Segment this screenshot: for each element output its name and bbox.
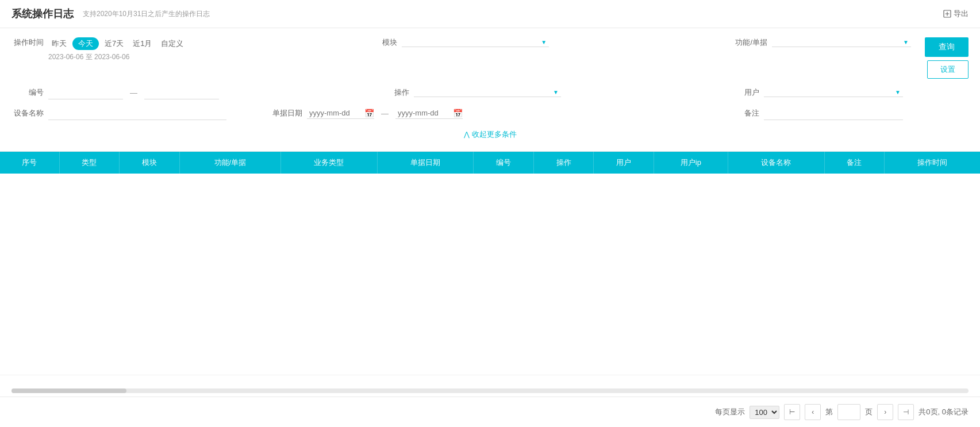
time-btn-1month[interactable]: 近1月 — [129, 37, 155, 50]
collapse-label: 收起更多条件 — [472, 129, 517, 140]
module-label: 模块 — [365, 37, 397, 48]
module-group: 模块 ▼ — [365, 37, 549, 48]
filter-row2: 编号 — 操作 ▼ 用户 ▼ — [11, 86, 969, 99]
number-group: 编号 — — [11, 86, 219, 99]
number-dash: — — [128, 89, 140, 97]
page-input[interactable]: 1 — [837, 404, 860, 420]
date-start-input[interactable] — [307, 107, 364, 118]
export-label: 导出 — [954, 9, 969, 19]
device-input[interactable] — [48, 106, 226, 120]
empty-row — [0, 174, 980, 375]
col-header-type: 类型 — [59, 152, 119, 174]
remark-input[interactable] — [764, 106, 903, 120]
func-label: 功能/单据 — [727, 37, 767, 48]
settings-button[interactable]: 设置 — [927, 60, 969, 79]
device-label: 设备名称 — [11, 108, 44, 118]
operation-label: 操作 — [377, 87, 409, 98]
collapse-chevron-icon: ⋀ — [464, 130, 470, 139]
col-header-operation: 操作 — [533, 152, 593, 174]
remark-group: 备注 — [719, 106, 903, 120]
page-subtitle: 支持2020年10月31日之后产生的操作日志 — [83, 9, 210, 19]
page-unit: 页 — [865, 407, 873, 417]
scrollbar-container[interactable] — [0, 385, 980, 397]
date-end-wrapper: 📅 — [395, 107, 463, 119]
scrollbar-thumb[interactable] — [11, 388, 126, 393]
func-chevron-icon: ▼ — [903, 39, 909, 45]
col-header-device: 设备名称 — [728, 152, 824, 174]
col-header-user: 用户 — [594, 152, 654, 174]
page-label: 第 — [825, 407, 833, 417]
number-label: 编号 — [11, 87, 44, 98]
user-group: 用户 ▼ — [719, 87, 903, 98]
first-page-btn[interactable]: ⊢ — [784, 404, 800, 420]
table-container: 序号 类型 模块 功能/单据 业务类型 单据日期 编号 操作 用户 用户ip 设… — [0, 152, 980, 385]
user-dropdown[interactable]: ▼ — [764, 88, 903, 97]
number-input-end[interactable] — [144, 86, 219, 99]
action-buttons: 查询 设置 — [925, 37, 969, 79]
module-dropdown[interactable]: ▼ — [402, 38, 549, 47]
filter-area: 操作时间 昨天 今天 近7天 近1月 自定义 2023-06-06 至 2023… — [0, 28, 980, 152]
page-title: 系统操作日志 — [11, 7, 74, 21]
last-page-btn[interactable]: ⊣ — [898, 404, 914, 420]
prev-page-btn[interactable]: ‹ — [805, 404, 821, 420]
operation-group: 操作 ▼ — [377, 87, 561, 98]
func-dropdown[interactable]: ▼ — [772, 38, 911, 47]
user-label: 用户 — [719, 87, 759, 98]
date-end-input[interactable] — [395, 107, 453, 118]
func-group: 功能/单据 ▼ — [727, 37, 911, 48]
operation-time-label: 操作时间 — [11, 37, 44, 48]
table-body — [0, 174, 980, 375]
empty-cell — [0, 174, 980, 375]
col-header-module: 模块 — [120, 152, 179, 174]
filter-row3: 设备名称 单据日期 📅 — 📅 备注 — [11, 106, 969, 120]
collapse-bar: ⋀ 收起更多条件 — [11, 125, 969, 142]
export-button[interactable]: 导出 — [943, 9, 969, 19]
time-btn-7days[interactable]: 近7天 — [101, 37, 127, 50]
date-start-wrapper: 📅 — [307, 107, 374, 119]
voucher-date-group: 单据日期 📅 — 📅 — [268, 107, 498, 119]
page-header: 系统操作日志 支持2020年10月31日之后产生的操作日志 导出 — [0, 0, 980, 28]
operation-chevron-icon: ▼ — [553, 89, 559, 95]
table-header-row: 序号 类型 模块 功能/单据 业务类型 单据日期 编号 操作 用户 用户ip 设… — [0, 152, 980, 174]
calendar-start-icon[interactable]: 📅 — [364, 109, 374, 118]
page-container: 系统操作日志 支持2020年10月31日之后产生的操作日志 导出 操作时间 昨天… — [0, 0, 980, 427]
per-page-label: 每页显示 — [715, 407, 745, 417]
col-header-remark: 备注 — [824, 152, 884, 174]
total-info: 共0页, 0条记录 — [918, 407, 969, 417]
col-header-number: 编号 — [474, 152, 533, 174]
col-header-seq: 序号 — [0, 152, 59, 174]
col-header-vdate: 单据日期 — [377, 152, 474, 174]
col-header-func: 功能/单据 — [179, 152, 280, 174]
pagination-bar: 每页显示 100 50 200 ⊢ ‹ 第 1 页 › ⊣ 共0页, 0条记录 — [0, 397, 980, 427]
voucher-date-label: 单据日期 — [268, 108, 302, 118]
scrollbar-track — [11, 388, 969, 393]
query-button[interactable]: 查询 — [925, 37, 969, 57]
number-input-start[interactable] — [48, 86, 123, 99]
operation-dropdown[interactable]: ▼ — [414, 88, 561, 97]
time-btn-yesterday[interactable]: 昨天 — [48, 37, 70, 50]
col-header-biztype: 业务类型 — [281, 152, 378, 174]
time-btn-custom[interactable]: 自定义 — [157, 37, 187, 50]
export-icon — [943, 10, 951, 18]
date-dash: — — [379, 109, 391, 118]
date-range-display: 2023-06-06 至 2023-06-06 — [48, 52, 187, 62]
module-chevron-icon: ▼ — [541, 39, 547, 45]
header-left: 系统操作日志 支持2020年10月31日之后产生的操作日志 — [11, 7, 210, 21]
time-options-group: 昨天 今天 近7天 近1月 自定义 2023-06-06 至 2023-06-0… — [48, 37, 187, 62]
device-group: 设备名称 — [11, 106, 226, 120]
remark-label: 备注 — [719, 108, 759, 118]
time-buttons-row: 昨天 今天 近7天 近1月 自定义 — [48, 37, 187, 50]
calendar-end-icon[interactable]: 📅 — [453, 109, 463, 118]
col-header-optime: 操作时间 — [884, 152, 980, 174]
data-table: 序号 类型 模块 功能/单据 业务类型 单据日期 编号 操作 用户 用户ip 设… — [0, 152, 980, 375]
per-page-select[interactable]: 100 50 200 — [750, 406, 779, 419]
col-header-userip: 用户ip — [654, 152, 728, 174]
operation-time-group: 操作时间 昨天 今天 近7天 近1月 自定义 2023-06-06 至 2023… — [11, 37, 187, 62]
time-btn-today[interactable]: 今天 — [72, 37, 99, 50]
user-chevron-icon: ▼ — [895, 89, 901, 95]
collapse-button[interactable]: ⋀ 收起更多条件 — [464, 129, 517, 140]
next-page-btn[interactable]: › — [877, 404, 893, 420]
table-header: 序号 类型 模块 功能/单据 业务类型 单据日期 编号 操作 用户 用户ip 设… — [0, 152, 980, 174]
